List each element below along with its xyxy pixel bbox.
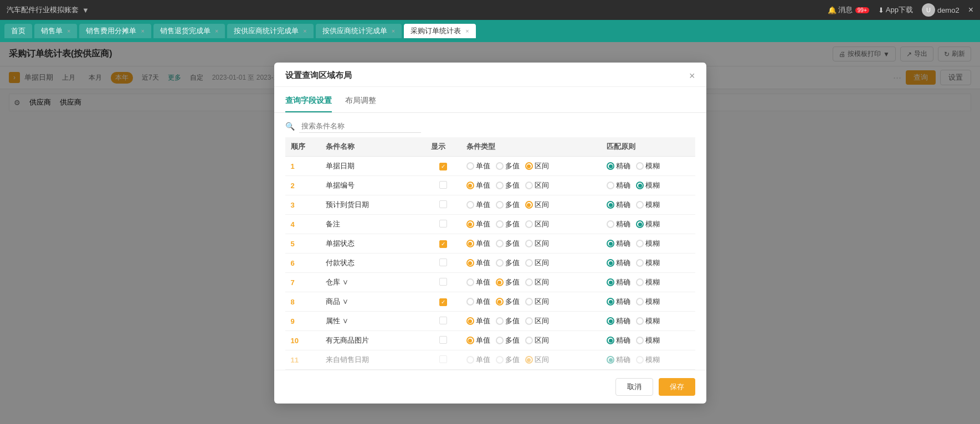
row-display-cb-2[interactable] [439, 200, 447, 208]
match-radio-精确[interactable]: 精确 [607, 335, 630, 345]
type-radio-区间[interactable]: 区间 [525, 316, 549, 326]
tab-purchase-stat[interactable]: 采购订单统计表 × [404, 24, 475, 38]
notification-btn[interactable]: 🔔 消息 99+ [828, 5, 869, 15]
tab-vendor-stat2-close[interactable]: × [392, 28, 395, 34]
tab-vendor-stat1-close[interactable]: × [303, 28, 306, 34]
tab-vendor-stat1[interactable]: 按供应商统计完成单 × [227, 24, 313, 38]
match-radio-模糊[interactable]: 模糊 [636, 239, 660, 249]
match-radio-模糊[interactable]: 模糊 [636, 316, 660, 326]
match-radio-精确[interactable]: 精确 [607, 239, 630, 249]
match-radio-模糊[interactable]: 模糊 [636, 258, 660, 268]
tab-home[interactable]: 首页 [4, 24, 32, 38]
match-radio-group-1: 精确 模糊 [607, 180, 689, 190]
match-radio-精确[interactable]: 精确 [607, 161, 630, 171]
row-display-cb-1[interactable] [439, 181, 447, 189]
match-radio-精确[interactable]: 精确 [607, 316, 630, 326]
tab-sales-close[interactable]: × [67, 28, 70, 34]
row-display-cb-7[interactable] [439, 298, 447, 306]
modal-close-btn[interactable]: × [689, 71, 695, 81]
type-radio-多值[interactable]: 多值 [496, 180, 520, 190]
modal-tab-layout[interactable]: 布局调整 [345, 92, 376, 112]
row-display-cb-3[interactable] [439, 220, 447, 227]
tab-vendor-stat2[interactable]: 按供应商统计完成单 × [316, 24, 402, 38]
type-radio-多值[interactable]: 多值 [496, 297, 520, 307]
type-radio-单值[interactable]: 单值 [466, 258, 490, 268]
type-radio-区间[interactable]: 区间 [525, 219, 549, 229]
app-dropdown-icon[interactable]: ▼ [82, 6, 89, 14]
type-radio-区间[interactable]: 区间 [525, 258, 549, 268]
tab-sales[interactable]: 销售单 × [34, 24, 77, 38]
type-radio-单值[interactable]: 单值 [466, 277, 490, 287]
save-btn[interactable]: 保存 [659, 378, 695, 396]
type-radio-多值[interactable]: 多值 [496, 239, 520, 249]
row-order-7: 8 [291, 298, 295, 306]
row-display-cb-5[interactable] [439, 258, 447, 266]
type-radio-区间[interactable]: 区间 [525, 161, 549, 171]
type-radio-单值[interactable]: 单值 [466, 355, 490, 365]
type-radio-单值[interactable]: 单值 [466, 219, 490, 229]
row-order-0: 1 [291, 162, 295, 170]
match-radio-模糊[interactable]: 模糊 [636, 355, 660, 365]
modal-tab-query[interactable]: 查询字段设置 [285, 92, 332, 112]
match-radio-精确[interactable]: 精确 [607, 355, 630, 365]
row-display-cb-6[interactable] [439, 278, 447, 286]
match-radio-精确[interactable]: 精确 [607, 200, 630, 210]
col-name: 条件名称 [320, 137, 425, 157]
match-radio-精确[interactable]: 精确 [607, 277, 630, 287]
row-order-6: 7 [291, 278, 295, 287]
match-radio-模糊[interactable]: 模糊 [636, 161, 660, 171]
type-radio-区间[interactable]: 区间 [525, 335, 549, 345]
type-radio-单值[interactable]: 单值 [466, 297, 490, 307]
row-display-cb-4[interactable] [439, 240, 447, 248]
match-radio-模糊[interactable]: 模糊 [636, 277, 660, 287]
match-radio-精确[interactable]: 精确 [607, 297, 630, 307]
match-radio-模糊[interactable]: 模糊 [636, 335, 660, 345]
type-radio-多值[interactable]: 多值 [496, 219, 520, 229]
type-radio-单值[interactable]: 单值 [466, 239, 490, 249]
type-radio-多值[interactable]: 多值 [496, 258, 520, 268]
match-radio-模糊[interactable]: 模糊 [636, 297, 660, 307]
type-radio-group-0: 单值 多值 区间 [466, 161, 596, 171]
user-avatar[interactable]: U demo2 [922, 3, 960, 17]
type-radio-区间[interactable]: 区间 [525, 239, 549, 249]
type-radio-单值[interactable]: 单值 [466, 161, 490, 171]
cancel-btn[interactable]: 取消 [615, 378, 653, 396]
modal-search-input[interactable] [299, 120, 421, 133]
type-radio-多值[interactable]: 多值 [496, 277, 520, 287]
row-display-cb-8[interactable] [439, 317, 447, 324]
match-radio-group-9: 精确 模糊 [607, 335, 689, 345]
match-radio-group-10: 精确 模糊 [607, 355, 689, 365]
tab-sales-return[interactable]: 销售退货完成单 × [153, 24, 225, 38]
match-radio-模糊[interactable]: 模糊 [636, 219, 660, 229]
type-radio-多值[interactable]: 多值 [496, 335, 520, 345]
type-radio-单值[interactable]: 单值 [466, 316, 490, 326]
match-radio-模糊[interactable]: 模糊 [636, 200, 660, 210]
row-display-cb-9[interactable] [439, 336, 447, 344]
type-radio-区间[interactable]: 区间 [525, 277, 549, 287]
row-display-cb-0[interactable] [439, 163, 447, 170]
type-radio-多值[interactable]: 多值 [496, 200, 520, 210]
match-radio-模糊[interactable]: 模糊 [636, 180, 660, 190]
match-radio-精确[interactable]: 精确 [607, 219, 630, 229]
app-download-btn[interactable]: ⬇ App下载 [878, 5, 913, 15]
type-radio-多值[interactable]: 多值 [496, 161, 520, 171]
row-name-9: 有无商品图片 [326, 336, 369, 344]
type-radio-单值[interactable]: 单值 [466, 200, 490, 210]
match-radio-精确[interactable]: 精确 [607, 180, 630, 190]
top-close-btn[interactable]: × [968, 5, 973, 15]
type-radio-单值[interactable]: 单值 [466, 335, 490, 345]
row-display-cb-10[interactable] [439, 355, 447, 363]
type-radio-区间[interactable]: 区间 [525, 180, 549, 190]
modal-dialog: 设置查询区域布局 × 查询字段设置 布局调整 🔍 [274, 63, 706, 404]
tab-sales-cost-close[interactable]: × [141, 28, 144, 34]
tab-purchase-stat-close[interactable]: × [465, 28, 469, 34]
match-radio-精确[interactable]: 精确 [607, 258, 630, 268]
type-radio-区间[interactable]: 区间 [525, 355, 549, 365]
type-radio-区间[interactable]: 区间 [525, 297, 549, 307]
tab-sales-cost[interactable]: 销售费用分摊单 × [79, 24, 151, 38]
type-radio-单值[interactable]: 单值 [466, 180, 490, 190]
type-radio-多值[interactable]: 多值 [496, 316, 520, 326]
type-radio-多值[interactable]: 多值 [496, 355, 520, 365]
tab-sales-return-close[interactable]: × [215, 28, 218, 34]
type-radio-区间[interactable]: 区间 [525, 200, 549, 210]
